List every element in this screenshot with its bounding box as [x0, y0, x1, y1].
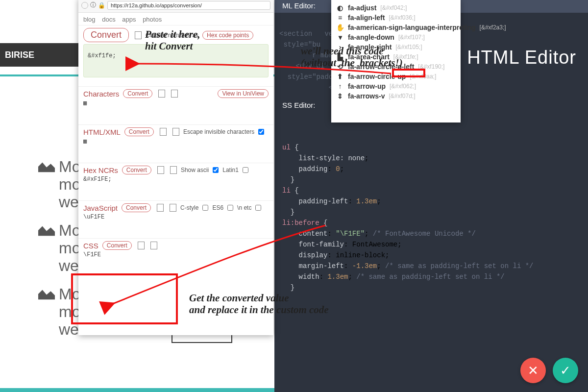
- copy-icon[interactable]: [135, 31, 142, 39]
- arrow-circle-up-icon: ⬆: [336, 73, 344, 80]
- css-title: CSS: [83, 242, 98, 250]
- htmlxml-section: HTML/XML Convert Escape invisible charac…: [78, 124, 273, 163]
- asl-icon: ✋: [336, 24, 344, 31]
- url-field[interactable]: https://r12a.github.io/apps/conversion/: [107, 1, 270, 10]
- list-item[interactable]: ⇕fa-arrows-v[&#xf07d;]: [336, 91, 456, 101]
- html-editor-title: HTML Editor: [467, 47, 576, 68]
- confirm-button[interactable]: ✓: [553, 358, 578, 383]
- cstyle-label: C-style: [180, 204, 198, 211]
- arrow-up-icon: ↑: [336, 82, 344, 90]
- nav-photos[interactable]: photos: [143, 16, 162, 23]
- info-icon[interactable]: ⓘ: [90, 1, 96, 9]
- annotation-need-code: we'll need this code (without the bracke…: [301, 45, 403, 69]
- hex-code-points-button[interactable]: Hex code points: [202, 31, 253, 40]
- showascii-label: Show ascii: [181, 167, 209, 173]
- footer-line: [0, 388, 274, 392]
- nav-blog[interactable]: blog: [83, 16, 96, 23]
- showascii-checkbox[interactable]: [213, 167, 219, 173]
- javascript-section: JavaScript Convert C-style ES6 \n etc \u…: [78, 200, 273, 238]
- css-convert-button[interactable]: Convert: [102, 241, 132, 250]
- list-item[interactable]: ✋fa-american-sign-language-interpreting[…: [336, 23, 456, 32]
- align-left-icon: ≡: [336, 14, 344, 22]
- latin1-checkbox[interactable]: [243, 167, 248, 173]
- characters-section: Characters Convert View in UniView ▦: [78, 86, 273, 124]
- hexncr-output[interactable]: &#xF1FE;: [83, 176, 269, 183]
- escape-checkbox[interactable]: [258, 129, 264, 135]
- list-item[interactable]: ≡fa-align-left[&#xf036;]: [336, 13, 456, 23]
- cstyle-checkbox[interactable]: [202, 205, 208, 211]
- css-output[interactable]: \F1FE: [83, 251, 269, 258]
- back-icon[interactable]: [81, 2, 88, 9]
- netc-checkbox[interactable]: [255, 205, 261, 211]
- hexncr-title: Hex NCRs: [83, 166, 118, 174]
- html-editor-label: ML Editor:: [282, 1, 316, 10]
- browser-url-bar: ⓘ 🔒 https://r12a.github.io/apps/conversi…: [78, 0, 273, 13]
- nav-apps[interactable]: apps: [122, 16, 136, 23]
- site-logo: BIRISE: [0, 43, 78, 67]
- area-chart-icon: [38, 161, 55, 172]
- adjust-icon: ◐: [336, 4, 344, 12]
- htmlxml-convert-button[interactable]: Convert: [124, 127, 154, 136]
- hexncr-section: Hex NCRs Convert Show ascii Latin1 &#xF1…: [78, 163, 273, 200]
- select-icon[interactable]: [170, 204, 176, 212]
- copy-icon[interactable]: [138, 242, 145, 249]
- list-item[interactable]: ↑fa-arrow-up[&#xf062;]: [336, 81, 456, 91]
- convert-button[interactable]: Convert: [83, 28, 129, 42]
- area-chart-icon: [38, 224, 55, 236]
- copy-icon[interactable]: [158, 90, 165, 98]
- annotation-paste: Paste it here, hit Convert: [145, 28, 200, 52]
- characters-title: Characters: [83, 90, 119, 98]
- select-icon[interactable]: [170, 166, 177, 174]
- hexncr-convert-button[interactable]: Convert: [122, 166, 151, 174]
- view-in-uniview-button[interactable]: View in UniView: [218, 89, 269, 98]
- select-icon[interactable]: [171, 90, 178, 98]
- area-chart-icon: [38, 288, 55, 300]
- es6-checkbox[interactable]: [227, 205, 233, 211]
- highlight-box-code: [392, 69, 425, 77]
- css-editor-label: SS Editor:: [282, 101, 316, 109]
- copy-icon[interactable]: [160, 128, 167, 136]
- copy-icon[interactable]: [157, 166, 164, 174]
- select-icon[interactable]: [150, 242, 157, 249]
- angle-down-icon: ▾: [336, 33, 344, 41]
- site-nav: blog docs apps photos: [78, 13, 273, 25]
- latin1-label: Latin1: [222, 167, 239, 173]
- htmlxml-output[interactable]: ▦: [83, 138, 269, 145]
- list-item[interactable]: ◐fa-adjust[&#xf042;]: [336, 3, 456, 13]
- list-item[interactable]: ▾fa-angle-down[&#xf107;]: [336, 32, 456, 42]
- js-output[interactable]: \uF1FE: [83, 214, 269, 220]
- css-code-block[interactable]: ul { list-style: none; padding: 0; } li …: [282, 131, 534, 293]
- copy-icon[interactable]: [157, 204, 164, 212]
- js-title: JavaScript: [83, 204, 118, 212]
- characters-output[interactable]: ▦: [83, 99, 269, 107]
- arrows-v-icon: ⇕: [336, 92, 344, 100]
- characters-convert-button[interactable]: Convert: [123, 89, 152, 98]
- lock-icon: 🔒: [98, 2, 105, 9]
- annotation-get-value: Get the converted value and replace it i…: [189, 292, 329, 316]
- escape-label: Escape invisible characters: [183, 128, 254, 135]
- htmlxml-title: HTML/XML: [83, 128, 121, 136]
- cancel-button[interactable]: ✕: [520, 358, 546, 383]
- css-section: CSS Convert \F1FE: [78, 238, 273, 272]
- nav-docs[interactable]: docs: [102, 16, 115, 23]
- es6-label: ES6: [212, 204, 223, 211]
- highlight-box-css-output: [71, 273, 178, 324]
- select-icon[interactable]: [172, 128, 179, 136]
- js-convert-button[interactable]: Convert: [122, 203, 151, 212]
- netc-label: \n etc: [237, 204, 251, 211]
